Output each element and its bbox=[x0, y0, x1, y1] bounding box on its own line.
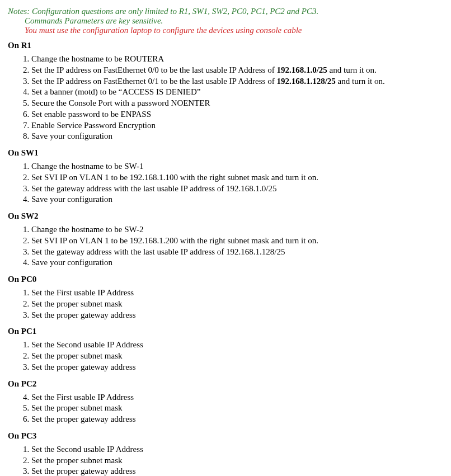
list-item: Set the proper subnet mask bbox=[31, 403, 443, 413]
list-item: Set the IP address on FastEthernet 0/1 t… bbox=[31, 76, 443, 87]
bold-text: 192.168.1.128/25 bbox=[276, 77, 335, 86]
list-item: Set the gateway address with the last us… bbox=[31, 247, 443, 257]
list-item: Secure the Console Port with a password … bbox=[31, 98, 443, 109]
list-pc2: Set the First usable IP Address Set the … bbox=[8, 392, 443, 425]
section-title-pc1: On PC1 bbox=[8, 327, 443, 336]
list-item: Set the proper gateway address bbox=[31, 466, 443, 476]
list-item: Change the hostname to be ROUTERA bbox=[31, 54, 443, 64]
list-item: Set SVI IP on VLAN 1 to be 192.168.1.100… bbox=[31, 172, 443, 183]
text: Set the IP address on FastEthernet 0/1 t… bbox=[31, 77, 276, 86]
text: Set the IP address on FastEthernet 0/0 t… bbox=[31, 65, 276, 74]
text: and turn it on. bbox=[336, 77, 385, 86]
list-item: Set the First usable IP Address bbox=[31, 392, 443, 403]
notes-block: Notes: Configuration questions are only … bbox=[8, 7, 443, 35]
section-title-r1: On R1 bbox=[8, 41, 443, 50]
list-item: Set a banner (motd) to be “ACCESS IS DEN… bbox=[31, 87, 443, 97]
list-item: Set SVI IP on VLAN 1 to be 192.168.1.200… bbox=[31, 235, 443, 246]
list-pc1: Set the Second usable IP Address Set the… bbox=[8, 340, 443, 372]
list-item: Set the Second usable IP Address bbox=[31, 444, 443, 455]
text: and turn it on. bbox=[327, 65, 377, 74]
list-item: Set the proper subnet mask bbox=[31, 351, 443, 361]
notes-line-1: Notes: Configuration questions are only … bbox=[8, 7, 443, 16]
list-item: Set the proper gateway address bbox=[31, 310, 443, 321]
section-title-sw2: On SW2 bbox=[8, 211, 443, 221]
list-item: Set the IP address on FastEthernet 0/0 t… bbox=[31, 65, 443, 76]
list-sw2: Change the hostname to be SW-2 Set SVI I… bbox=[8, 224, 443, 268]
list-item: Set enable password to be ENPASS bbox=[31, 109, 443, 120]
list-sw1: Change the hostname to be SW-1 Set SVI I… bbox=[8, 161, 443, 205]
list-item: Set the gateway address with the last us… bbox=[31, 183, 443, 194]
list-item: Save your configuration bbox=[31, 257, 443, 268]
list-pc3: Set the Second usable IP Address Set the… bbox=[8, 444, 443, 476]
list-item: Change the hostname to be SW-2 bbox=[31, 224, 443, 235]
list-item: Set the First usable IP Address bbox=[31, 288, 443, 298]
list-item: Change the hostname to be SW-1 bbox=[31, 161, 443, 172]
list-r1: Change the hostname to be ROUTERA Set th… bbox=[8, 54, 443, 142]
notes-line-3: You must use the configuration laptop to… bbox=[8, 26, 443, 35]
list-item: Set the proper subnet mask bbox=[31, 299, 443, 309]
list-item: Enable Service Password Encryption bbox=[31, 120, 443, 131]
list-item: Save your configuration bbox=[31, 194, 443, 205]
list-item: Set the proper subnet mask bbox=[31, 455, 443, 466]
list-item: Set the Second usable IP Address bbox=[31, 340, 443, 350]
list-item: Set the proper gateway address bbox=[31, 414, 443, 425]
list-item: Set the proper gateway address bbox=[31, 362, 443, 373]
section-title-sw1: On SW1 bbox=[8, 148, 443, 158]
list-item: Save your configuration bbox=[31, 131, 443, 142]
section-title-pc0: On PC0 bbox=[8, 275, 443, 284]
section-title-pc2: On PC2 bbox=[8, 379, 443, 389]
section-title-pc3: On PC3 bbox=[8, 431, 443, 441]
notes-line-2: Commands Parameters are key sensitive. bbox=[8, 16, 443, 26]
list-pc0: Set the First usable IP Address Set the … bbox=[8, 288, 443, 320]
bold-text: 192.168.1.0/25 bbox=[276, 65, 327, 74]
